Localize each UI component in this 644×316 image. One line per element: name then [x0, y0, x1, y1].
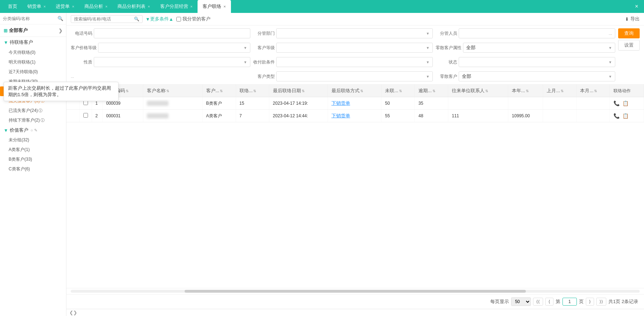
nav-product-analysis-close[interactable]: × — [105, 4, 107, 9]
tree-item-tomorrow[interactable]: 明天待联络(1) — [0, 57, 66, 67]
filter-customer-grade-select[interactable]: ▼ — [276, 43, 433, 53]
current-page-input[interactable] — [562, 298, 577, 306]
row2-name — [143, 110, 202, 122]
nav-product-analysis-list[interactable]: 商品分析列表 × — [112, 0, 155, 13]
next-page-button[interactable]: ⟩ — [586, 298, 594, 306]
row2-select-checkbox[interactable] — [83, 113, 88, 118]
row1-name — [143, 97, 202, 110]
scroll-right-icon[interactable]: ❯ — [73, 310, 77, 315]
filter-payment-label: 收付款条件 — [253, 59, 275, 65]
row1-level: B类客户 — [202, 97, 236, 110]
scroll-track[interactable] — [71, 290, 640, 293]
row1-phone-icon[interactable]: 📞 — [613, 100, 620, 106]
filter-dept-select[interactable]: ▼ — [276, 28, 433, 38]
filter-price-grade-select[interactable]: ▼ — [98, 43, 250, 53]
row2-checkbox — [79, 110, 92, 122]
filter-status-label: 状态 — [436, 59, 457, 65]
col-company-contacts[interactable]: 往来单位联系人⇅ — [448, 85, 508, 97]
query-button[interactable]: 查询 — [618, 28, 640, 38]
window-close-button[interactable]: × — [632, 3, 641, 10]
my-customers-checkbox-area[interactable]: 我分管的客户 — [176, 16, 210, 22]
col-level[interactable]: 客户...⇅ — [202, 85, 236, 97]
tree-item-class-b[interactable]: B类客户(33) — [0, 155, 66, 164]
col-overdue[interactable]: 逾期...⇅ — [415, 85, 448, 97]
col-last-month[interactable]: 上月...⇅ — [543, 85, 576, 97]
row2-note-icon[interactable]: 📋 — [622, 113, 629, 119]
filter-dept: 分管部门 ▼ — [253, 28, 433, 38]
tree-group-value[interactable]: ▼ 价值客户 ○ ✎ — [0, 125, 66, 135]
tree-item-ungrouped[interactable]: 未分组(32) — [0, 135, 66, 145]
row1-link[interactable]: 下销货单 — [332, 100, 350, 106]
row2-link[interactable]: 下销货单 — [332, 113, 350, 118]
filter-nature-select[interactable]: ▼ — [94, 57, 250, 67]
per-page-select[interactable]: 50 100 200 — [511, 297, 531, 306]
tree-item-class-c[interactable]: C类客户(6) — [0, 164, 66, 174]
row1-contacts: 15 — [236, 97, 269, 110]
search-input[interactable] — [74, 16, 134, 22]
filter-retail-customer: 零散客户 全部 ▼ — [436, 71, 615, 81]
row2-phone-icon[interactable]: 📞 — [613, 113, 620, 119]
tree-item-lost[interactable]: 已流失客户(24) ⓘ — [0, 106, 66, 115]
tree-group-pending[interactable]: ▼ 待联络客户 — [0, 37, 66, 48]
filter-customer-type-select[interactable]: ▼ — [276, 71, 433, 81]
col-last-method[interactable]: 最后联络方式⇅ — [328, 85, 381, 97]
settings-button[interactable]: 设置 — [618, 40, 640, 51]
payment-arrow: ▼ — [426, 60, 430, 64]
filter-person-select[interactable]: ... — [459, 28, 615, 38]
search-box: 🔍 — [71, 15, 143, 23]
sidebar-search-icon[interactable]: 🔍 — [57, 16, 63, 21]
filter-row-2: 客户价格等级 ▼ 客户等级 ▼ — [71, 43, 615, 53]
retail-customer-arrow: ▼ — [608, 75, 612, 79]
my-customers-checkbox[interactable] — [176, 17, 181, 22]
nav-customer-contact[interactable]: 客户联络 × — [198, 0, 231, 13]
nav-customer-layered[interactable]: 客户分层经营 × — [155, 0, 198, 13]
filter-phone-input[interactable] — [94, 28, 250, 38]
edit-icon-value[interactable]: ○ ✎ — [31, 128, 37, 133]
export-button[interactable]: ⬇ 导出 — [625, 16, 640, 22]
nav-customer-contact-close[interactable]: × — [223, 4, 226, 9]
nav-sales[interactable]: 销货单 × — [22, 0, 51, 13]
nav-customer-layered-close[interactable]: × — [190, 4, 193, 9]
nav-product-analysis[interactable]: 商品分析 × — [79, 0, 112, 13]
table-header-row: ⚙ # 客户编码⇅ 客户名称⇅ 客户...⇅ — [66, 85, 644, 97]
tree-item-declining[interactable]: 持续下滑客户(2) ⓘ — [0, 115, 66, 125]
nav-purchase-close[interactable]: × — [72, 4, 74, 9]
nav-purchase[interactable]: 进货单 × — [51, 0, 79, 13]
filter-retail-attr-select[interactable]: 全部 ▼ — [463, 43, 615, 53]
tree-item-class-a[interactable]: A类客户(1) — [0, 145, 66, 155]
horizontal-scroll-area[interactable] — [66, 288, 644, 294]
scroll-thumb[interactable] — [185, 290, 526, 293]
row2-last-month — [543, 110, 576, 122]
col-this-year[interactable]: 本年...⇅ — [508, 85, 543, 97]
sidebar-collapse-icon[interactable]: ❯ — [59, 28, 62, 33]
nav-sales-close[interactable]: × — [43, 4, 46, 9]
more-conditions-btn[interactable]: ▼ 更多条件 ▲ — [145, 16, 173, 22]
nav-home[interactable]: 首页 — [3, 0, 22, 13]
col-name[interactable]: 客户名称⇅ — [143, 85, 202, 97]
tree-item-today[interactable]: 今天待联络(0) — [0, 48, 66, 57]
retail-attr-arrow: ▼ — [608, 46, 612, 50]
content-area: 🔍 ▼ 更多条件 ▲ 我分管的客户 ⬇ 导出 — [66, 13, 644, 316]
col-unreached[interactable]: 未联...⇅ — [381, 85, 415, 97]
col-this-month[interactable]: 本月...⇅ — [576, 85, 610, 97]
filter-payment-select[interactable]: ▼ — [276, 57, 433, 67]
row2-action: 📞 📋 — [610, 110, 644, 122]
prev-page-button[interactable]: ⟨ — [545, 298, 553, 306]
filter-row-4: ... 客户类型 ▼ 零散客户 — [71, 71, 615, 81]
filter-phone-label: 电话号码 — [71, 30, 92, 37]
main-layout: 🔍 ⊞ 全部客户 ❯ ▼ 待联络客户 今天待联络(0) 明天待联络(1) 近7天… — [0, 13, 644, 316]
last-page-button[interactable]: ⟩⟩ — [596, 298, 606, 306]
filter-customer-grade: 客户等级 ▼ — [253, 43, 433, 53]
scroll-left-icon[interactable]: ❮ — [69, 310, 73, 315]
tree-item-7days[interactable]: 近7天待联络(0) — [0, 67, 66, 77]
filter-retail-customer-select[interactable]: 全部 ▼ — [459, 71, 615, 81]
sidebar-search-input[interactable] — [3, 16, 57, 21]
col-contacts[interactable]: 联络...⇅ — [236, 85, 269, 97]
col-last-date[interactable]: 最后联络日期⇅ — [269, 85, 328, 97]
nav-product-analysis-list-close[interactable]: × — [148, 4, 150, 9]
first-page-button[interactable]: ⟨⟨ — [533, 298, 543, 306]
filter-status-select[interactable]: ▼ — [459, 57, 615, 67]
row1-note-icon[interactable]: 📋 — [622, 100, 629, 106]
row1-this-month — [576, 97, 610, 110]
search-box-icon[interactable]: 🔍 — [134, 16, 139, 22]
